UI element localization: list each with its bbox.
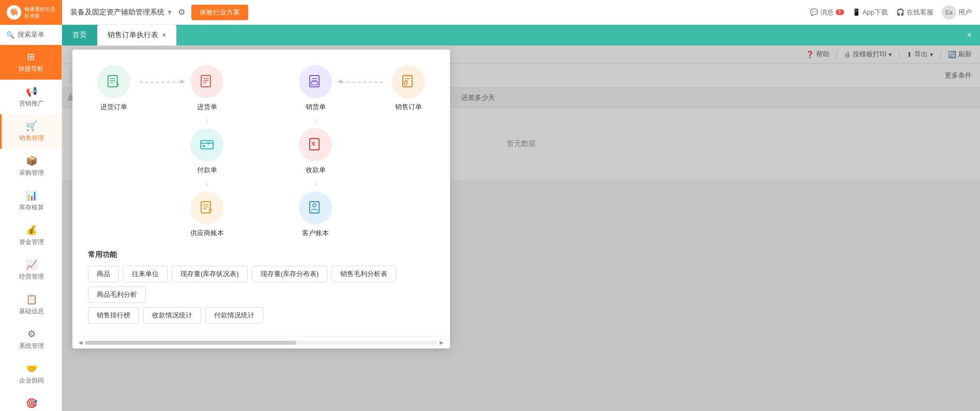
dropdown-icon[interactable]: ▾ xyxy=(168,7,172,17)
func-btn-payment-stats[interactable]: 付款情况统计 xyxy=(205,307,263,324)
modal-overlay: 进货订单 ▶ 进货单 xyxy=(62,45,980,411)
tab-close-btn[interactable]: × xyxy=(162,32,166,39)
modal-box: 进货订单 ▶ 进货单 xyxy=(72,50,450,348)
top-header: 装备及固定资产辅助管理系统 ▾ ⚙ 体验行业方案 💬 消息 6 📱 App下载 … xyxy=(62,0,980,25)
app-download-icon: 📱 xyxy=(852,8,861,16)
sidebar-item-label-inventory: 库存核算 xyxy=(19,203,44,212)
arrow-1: ▶ xyxy=(140,82,181,83)
flow-node-supplier[interactable]: 账 供应商账本 xyxy=(181,191,233,238)
quick-nav-icon: ⊞ xyxy=(27,51,35,63)
message-label: 消息 xyxy=(820,8,834,17)
func-btn-goods-gross[interactable]: 商品毛利分析 xyxy=(88,286,146,303)
message-icon: 💬 xyxy=(810,8,818,16)
online-service-label: 在线客服 xyxy=(907,8,933,17)
logo-icon: 畅 xyxy=(7,5,21,20)
flow-node-customer[interactable]: 客户账本 xyxy=(290,191,341,238)
common-title: 常用功能 xyxy=(88,250,434,260)
flow-node-purchase-order[interactable]: 进货订单 xyxy=(88,65,140,112)
tab-bar: 首页 销售订单执行表 × × xyxy=(62,25,980,45)
operation-icon: 📈 xyxy=(26,259,37,270)
sidebar-item-system[interactable]: ⚙ 系统管理 xyxy=(0,322,62,357)
user-name: 用户 xyxy=(958,8,972,17)
func-btn-sales-gross[interactable]: 销售毛利分析表 xyxy=(331,266,396,282)
guide-icon: 🎯 xyxy=(26,398,37,409)
enterprise-icon: 🤝 xyxy=(26,363,37,374)
svg-rect-11 xyxy=(311,82,318,85)
sidebar-item-inventory[interactable]: 📊 库存核算 xyxy=(0,184,62,218)
func-btn-contacts[interactable]: 往来单位 xyxy=(123,266,168,282)
basic-icon: 📋 xyxy=(26,294,37,305)
func-btn-stock-status[interactable]: 现存量(库存状况表) xyxy=(172,266,248,282)
sidebar-item-guide[interactable]: 🎯 新手引导 xyxy=(0,391,62,411)
user-area[interactable]: Ea 用户 xyxy=(942,5,972,20)
flow-node-receipt[interactable]: ¥ 收款单 xyxy=(290,128,341,175)
scroll-right[interactable]: ▶ xyxy=(440,340,444,345)
trial-button[interactable]: 体验行业方案 xyxy=(191,5,248,20)
flow-node-payment[interactable]: ¥ 付款单 xyxy=(181,128,233,175)
svg-rect-0 xyxy=(108,75,117,87)
down-arrow-sale: ↓ xyxy=(290,116,341,124)
sidebar-item-label-purchase: 采购管理 xyxy=(19,169,44,177)
online-service-btn[interactable]: 🎧 在线客服 xyxy=(896,8,933,17)
app-download-btn[interactable]: 📱 App下载 xyxy=(852,8,888,17)
flow-node-sale-order[interactable]: 销售订单 xyxy=(383,65,434,112)
svg-rect-18 xyxy=(202,145,205,147)
func-btn-sales-rank[interactable]: 销售排行榜 xyxy=(88,307,139,324)
sidebar-item-operation[interactable]: 📈 经营管理 xyxy=(0,253,62,287)
settings-icon[interactable]: ⚙ xyxy=(178,7,185,17)
down-arrow-payment: ↓ xyxy=(181,179,233,187)
sidebar-item-enterprise[interactable]: 🤝 企业协同 xyxy=(0,357,62,391)
func-btn-goods[interactable]: 商品 xyxy=(88,266,119,282)
sidebar-item-marketing[interactable]: 📢 营销推广 xyxy=(0,80,62,114)
tab-bar-close[interactable]: × xyxy=(959,31,980,40)
sidebar-item-quick-nav[interactable]: ⊞ 快捷导航 xyxy=(0,45,62,80)
flow-node-purchase-bill[interactable]: 进货单 xyxy=(181,65,233,112)
search-menu[interactable]: 🔍 搜索菜单 xyxy=(0,25,62,45)
app-download-label: App下载 xyxy=(863,8,888,17)
down-arrow-purchase: ↓ xyxy=(181,116,233,124)
content-area: ❓ 帮助 | 🖨 按模板打印 ▾ | ⬆ 导出 ▾ | 🔄 刷新 xyxy=(62,45,980,411)
sidebar-item-purchase[interactable]: 📦 采购管理 xyxy=(0,149,62,184)
purchase-bill-icon xyxy=(190,65,223,98)
purchase-order-label: 进货订单 xyxy=(100,102,127,112)
sidebar-item-label-enterprise: 企业协同 xyxy=(19,376,44,385)
svg-rect-15 xyxy=(404,82,407,85)
receipt-label: 收款单 xyxy=(306,165,326,175)
common-functions: 常用功能 商品 往来单位 现存量(库存状况表) 现存量(库存分布表) 销售毛利分… xyxy=(72,250,450,336)
message-badge: 6 xyxy=(836,9,844,15)
func-btn-receipt-stats[interactable]: 收款情况统计 xyxy=(143,307,201,324)
down-arrow-payment-icon: ↓ xyxy=(205,179,209,187)
message-btn[interactable]: 💬 消息 6 xyxy=(810,8,844,17)
func-btn-stock-dist[interactable]: 现存量(库存分布表) xyxy=(252,266,328,282)
svg-rect-4 xyxy=(201,75,210,87)
down-arrow-sale-icon: ↓ xyxy=(314,116,318,124)
home-tab-label: 首页 xyxy=(72,31,87,40)
sidebar-item-label-basic: 基础信息 xyxy=(19,307,44,316)
scroll-left[interactable]: ◀ xyxy=(79,340,83,345)
svg-text:¥: ¥ xyxy=(312,141,315,147)
service-icon: 🎧 xyxy=(896,8,904,16)
supplier-label: 供应商账本 xyxy=(190,229,224,238)
svg-point-28 xyxy=(313,204,316,207)
finance-icon: 💰 xyxy=(26,224,37,236)
avatar: Ea xyxy=(942,5,956,20)
customer-label: 客户账本 xyxy=(302,229,329,238)
flow-node-sale-bill[interactable]: 销货单 xyxy=(290,65,341,112)
scrollbar-track[interactable] xyxy=(85,341,438,345)
active-tab-label: 销售订单执行表 xyxy=(108,31,158,40)
sale-bill-icon xyxy=(299,65,332,98)
arrow-2: ◀ xyxy=(341,82,383,83)
inventory-icon: 📊 xyxy=(26,190,37,201)
tab-sales-order[interactable]: 销售订单执行表 × xyxy=(97,25,176,45)
sidebar-item-sales[interactable]: 🛒 销售管理 xyxy=(0,114,62,149)
sidebar-item-basic[interactable]: 📋 基础信息 xyxy=(0,287,62,322)
down-arrow-receipt-icon: ↓ xyxy=(314,179,318,187)
sidebar-item-finance[interactable]: 💰 资金管理 xyxy=(0,218,62,253)
customer-icon xyxy=(299,191,332,224)
func-buttons-row1: 商品 往来单位 现存量(库存状况表) 现存量(库存分布表) 销售毛利分析表 商品… xyxy=(88,266,434,303)
down-arrow-purchase-icon: ↓ xyxy=(205,116,209,124)
system-icon: ⚙ xyxy=(27,328,36,340)
sidebar-item-label-operation: 经营管理 xyxy=(19,272,44,281)
flow-row-2: ¥ 付款单 ¥ 收款单 xyxy=(88,128,434,175)
tab-home[interactable]: 首页 xyxy=(62,25,97,45)
